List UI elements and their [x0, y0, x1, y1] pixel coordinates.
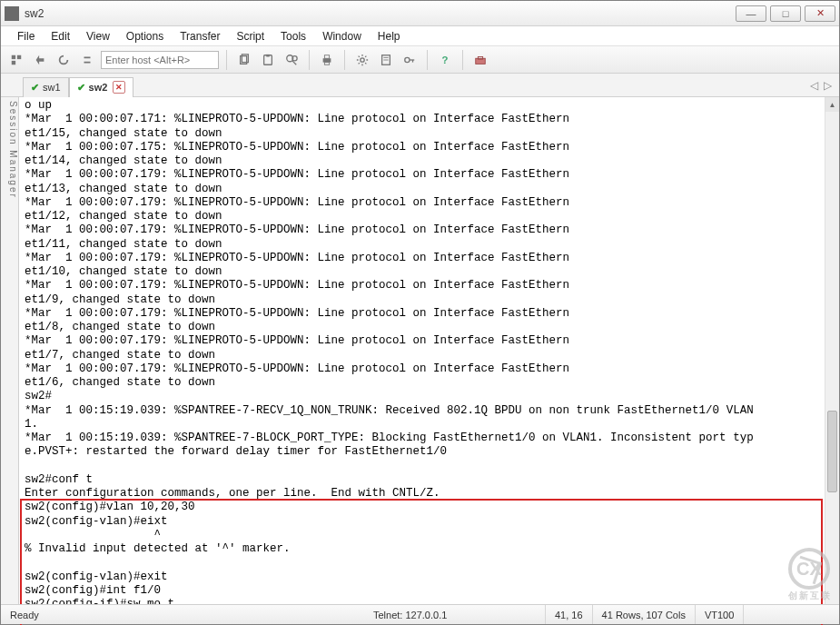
- menu-window[interactable]: Window: [315, 28, 369, 45]
- tab-sw1[interactable]: ✔ sw1: [23, 77, 69, 97]
- menu-options[interactable]: Options: [119, 28, 171, 45]
- svg-line-8: [292, 60, 296, 64]
- session-tabs: ✔ sw1 ✔ sw2 ✕ ◁ ▷: [1, 74, 839, 97]
- status-bar: Ready Telnet: 127.0.0.1 41, 16 41 Rows, …: [1, 604, 839, 624]
- minimize-button[interactable]: —: [736, 5, 766, 22]
- menu-help[interactable]: Help: [371, 28, 408, 45]
- close-button[interactable]: ✕: [805, 5, 835, 22]
- menu-bar: File Edit View Options Transfer Script T…: [1, 26, 839, 46]
- host-input[interactable]: [101, 51, 219, 69]
- status-connection: Telnet: 127.0.0.1: [364, 605, 546, 624]
- app-window: sw2 — □ ✕ File Edit View Options Transfe…: [0, 0, 840, 625]
- find-icon[interactable]: [282, 50, 301, 70]
- svg-rect-6: [266, 54, 270, 56]
- session-manager-side-tab[interactable]: Session Manager: [1, 97, 19, 624]
- menu-view[interactable]: View: [79, 28, 117, 45]
- status-size: 41 Rows, 107 Cols: [593, 605, 696, 624]
- status-ready: Ready: [1, 605, 364, 624]
- disconnect-icon[interactable]: [77, 50, 97, 70]
- key-icon[interactable]: [400, 50, 420, 70]
- terminal-output[interactable]: o up *Mar 1 00:00:07.171: %LINEPROTO-5-U…: [19, 97, 839, 624]
- svg-rect-10: [323, 58, 331, 62]
- check-icon: ✔: [77, 82, 85, 94]
- svg-point-13: [361, 57, 364, 61]
- quick-connect-icon[interactable]: [30, 50, 50, 70]
- tab-close-icon[interactable]: ✕: [113, 81, 125, 94]
- session-manager-icon[interactable]: [6, 50, 26, 70]
- toolbar-separator: [462, 50, 463, 70]
- help-icon[interactable]: ?: [435, 50, 455, 70]
- menu-edit[interactable]: Edit: [44, 28, 77, 45]
- content-area: Session Manager o up *Mar 1 00:00:07.171…: [1, 97, 839, 624]
- toolbar-separator: [427, 50, 428, 70]
- terminal-pane[interactable]: o up *Mar 1 00:00:07.171: %LINEPROTO-5-U…: [19, 97, 839, 624]
- tab-label: sw1: [43, 82, 61, 93]
- toolbar-separator: [226, 50, 227, 70]
- scroll-thumb[interactable]: [827, 411, 837, 492]
- check-icon: ✔: [31, 82, 39, 94]
- status-cursor: 41, 16: [546, 605, 593, 624]
- window-controls: — □ ✕: [736, 5, 835, 22]
- menu-tools[interactable]: Tools: [273, 28, 313, 45]
- log-icon[interactable]: [376, 50, 396, 70]
- menu-file[interactable]: File: [10, 28, 42, 45]
- toolbar-separator: [309, 50, 310, 70]
- tabs-nav: ◁ ▷: [810, 79, 839, 92]
- svg-rect-12: [324, 62, 329, 64]
- scroll-up-icon[interactable]: ▲: [825, 97, 839, 112]
- svg-rect-1: [17, 55, 21, 58]
- menu-script[interactable]: Script: [229, 28, 272, 45]
- print-icon[interactable]: [317, 50, 337, 70]
- settings-icon[interactable]: [352, 50, 372, 70]
- tab-label: sw2: [89, 82, 108, 93]
- svg-rect-2: [12, 60, 15, 64]
- tab-sw2[interactable]: ✔ sw2 ✕: [69, 77, 134, 97]
- svg-point-17: [405, 57, 410, 62]
- app-icon: [5, 6, 19, 21]
- copy-icon[interactable]: [234, 50, 254, 70]
- status-termtype: VT100: [696, 605, 744, 624]
- toolbar: ?: [1, 46, 839, 74]
- scroll-track[interactable]: [825, 112, 839, 610]
- tabs-next-icon[interactable]: ▷: [824, 79, 832, 92]
- toolbox-icon[interactable]: [470, 50, 490, 70]
- svg-rect-11: [324, 55, 329, 58]
- window-title: sw2: [25, 7, 736, 20]
- paste-icon[interactable]: [258, 50, 278, 70]
- svg-text:?: ?: [442, 55, 449, 65]
- tabs-prev-icon[interactable]: ◁: [810, 79, 818, 92]
- menu-transfer[interactable]: Transfer: [173, 28, 227, 45]
- title-bar[interactable]: sw2 — □ ✕: [1, 1, 839, 26]
- maximize-button[interactable]: □: [770, 5, 801, 22]
- toolbar-separator: [344, 50, 345, 70]
- reconnect-icon[interactable]: [54, 50, 74, 70]
- vertical-scrollbar[interactable]: ▲ ▼: [825, 97, 839, 624]
- svg-rect-0: [12, 55, 15, 58]
